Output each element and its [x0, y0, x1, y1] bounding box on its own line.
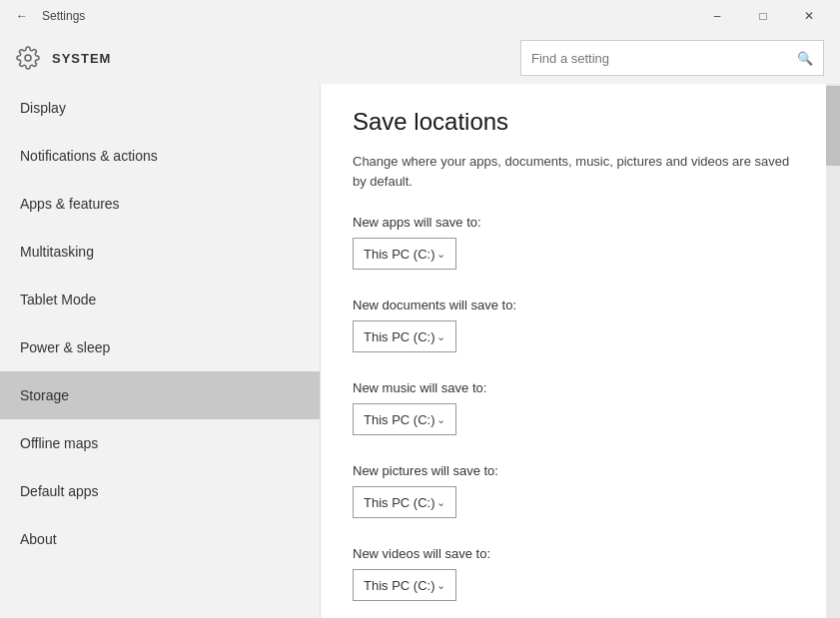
sidebar-item-storage[interactable]: Storage	[0, 371, 320, 419]
settings-container: New apps will save to:This PC (C:)⌄New d…	[353, 215, 794, 601]
app-header-left: SYSTEM	[16, 46, 520, 70]
scrollbar-track[interactable]	[826, 84, 840, 618]
sidebar-item-tablet-mode[interactable]: Tablet Mode	[0, 276, 320, 323]
close-button[interactable]: ✕	[786, 0, 832, 32]
dropdown-value-3: This PC (C:)	[364, 495, 435, 510]
setting-group-4: New videos will save to:This PC (C:)⌄	[353, 546, 794, 601]
description: Change where your apps, documents, music…	[353, 152, 794, 191]
dropdown-value-2: This PC (C:)	[364, 412, 435, 427]
sidebar-item-display[interactable]: Display	[0, 84, 320, 132]
search-input[interactable]	[531, 51, 797, 66]
setting-group-1: New documents will save to:This PC (C:)⌄	[353, 298, 794, 352]
dropdown-4[interactable]: This PC (C:)⌄	[353, 569, 456, 601]
title-bar-left: ← Settings	[8, 2, 694, 30]
dropdown-1[interactable]: This PC (C:)⌄	[353, 320, 456, 352]
minimize-button[interactable]: –	[694, 0, 740, 32]
content-panel: Save locations Change where your apps, d…	[320, 84, 826, 618]
system-icon	[16, 46, 40, 70]
search-icon: 🔍	[797, 51, 813, 66]
window-controls: – □ ✕	[694, 0, 832, 32]
setting-group-2: New music will save to:This PC (C:)⌄	[353, 380, 794, 435]
chevron-down-icon-2: ⌄	[436, 413, 445, 426]
maximize-button[interactable]: □	[740, 0, 786, 32]
setting-label-2: New music will save to:	[353, 380, 794, 395]
sidebar-item-about[interactable]: About	[0, 515, 320, 563]
sidebar: DisplayNotifications & actionsApps & fea…	[0, 84, 320, 618]
dropdown-0[interactable]: This PC (C:)⌄	[353, 238, 456, 270]
setting-label-1: New documents will save to:	[353, 298, 794, 312]
scrollbar-thumb[interactable]	[826, 86, 840, 166]
setting-label-3: New pictures will save to:	[353, 463, 794, 478]
sidebar-item-power---sleep[interactable]: Power & sleep	[0, 323, 320, 371]
dropdown-3[interactable]: This PC (C:)⌄	[353, 486, 456, 518]
search-box[interactable]: 🔍	[520, 40, 824, 76]
sidebar-item-notifications---actions[interactable]: Notifications & actions	[0, 132, 320, 180]
chevron-down-icon-0: ⌄	[436, 248, 445, 261]
chevron-down-icon-4: ⌄	[436, 579, 445, 592]
sidebar-item-offline-maps[interactable]: Offline maps	[0, 419, 320, 467]
dropdown-value-4: This PC (C:)	[364, 578, 435, 593]
setting-label-0: New apps will save to:	[353, 215, 794, 230]
setting-label-4: New videos will save to:	[353, 546, 794, 561]
svg-point-0	[25, 55, 31, 61]
sidebar-item-default-apps[interactable]: Default apps	[0, 467, 320, 515]
window-title: Settings	[42, 9, 85, 23]
sidebar-item-multitasking[interactable]: Multitasking	[0, 228, 320, 276]
main-content: DisplayNotifications & actionsApps & fea…	[0, 84, 840, 618]
app-header: SYSTEM 🔍	[0, 32, 840, 84]
setting-group-0: New apps will save to:This PC (C:)⌄	[353, 215, 794, 270]
chevron-down-icon-1: ⌄	[436, 330, 445, 343]
dropdown-2[interactable]: This PC (C:)⌄	[353, 403, 456, 435]
settings-window: ← Settings – □ ✕ SYSTEM 🔍 DisplayNotific…	[0, 0, 840, 618]
page-title: Save locations	[353, 108, 794, 136]
sidebar-item-apps---features[interactable]: Apps & features	[0, 180, 320, 228]
chevron-down-icon-3: ⌄	[436, 496, 445, 509]
setting-group-3: New pictures will save to:This PC (C:)⌄	[353, 463, 794, 518]
app-title: SYSTEM	[52, 51, 111, 66]
dropdown-value-1: This PC (C:)	[364, 329, 435, 344]
dropdown-value-0: This PC (C:)	[364, 247, 435, 262]
title-bar: ← Settings – □ ✕	[0, 0, 840, 32]
back-button[interactable]: ←	[8, 2, 36, 30]
